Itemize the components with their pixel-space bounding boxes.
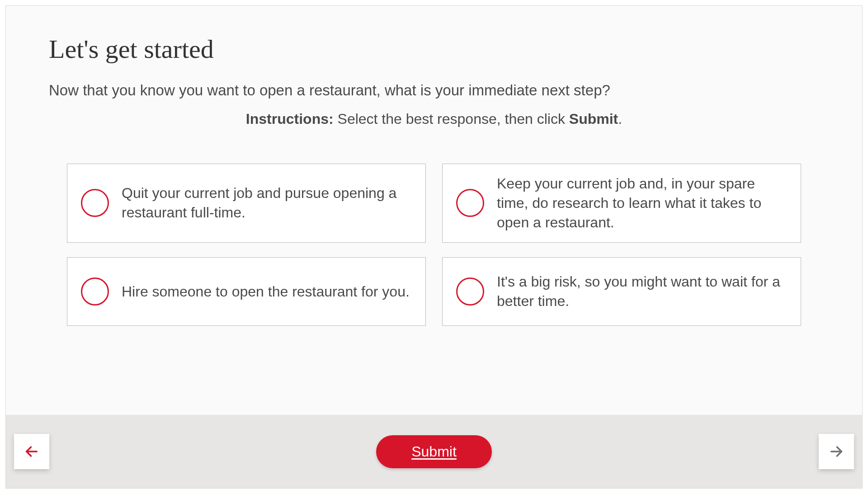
option-text: It's a big risk, so you might want to wa…: [497, 272, 787, 311]
instructions-text: Select the best response, then click: [334, 111, 569, 127]
radio-icon: [81, 189, 109, 217]
next-button[interactable]: [819, 434, 854, 469]
radio-icon: [456, 278, 484, 306]
instructions-period: .: [618, 111, 622, 127]
instructions-label: Instructions:: [246, 111, 334, 127]
option-card-0[interactable]: Quit your current job and pursue opening…: [67, 164, 426, 243]
radio-icon: [456, 189, 484, 217]
submit-button[interactable]: Submit: [376, 435, 492, 468]
options-grid: Quit your current job and pursue opening…: [49, 164, 819, 326]
option-card-1[interactable]: Keep your current job and, in your spare…: [442, 164, 801, 243]
page-title: Let's get started: [49, 34, 819, 64]
radio-icon: [81, 278, 109, 306]
footer-bar: Submit: [6, 415, 862, 488]
quiz-frame: Let's get started Now that you know you …: [5, 5, 863, 489]
question-text: Now that you know you want to open a res…: [49, 80, 819, 101]
arrow-right-icon: [829, 444, 844, 459]
option-text: Hire someone to open the restaurant for …: [122, 282, 410, 301]
option-card-2[interactable]: Hire someone to open the restaurant for …: [67, 257, 426, 326]
instructions-submit-word: Submit: [569, 111, 618, 127]
previous-button[interactable]: [14, 434, 49, 469]
instructions-line: Instructions: Select the best response, …: [49, 111, 819, 127]
option-text: Quit your current job and pursue opening…: [122, 183, 412, 222]
option-card-3[interactable]: It's a big risk, so you might want to wa…: [442, 257, 801, 326]
option-text: Keep your current job and, in your spare…: [497, 174, 787, 233]
arrow-left-icon: [24, 444, 39, 459]
content-area: Let's get started Now that you know you …: [6, 6, 862, 415]
